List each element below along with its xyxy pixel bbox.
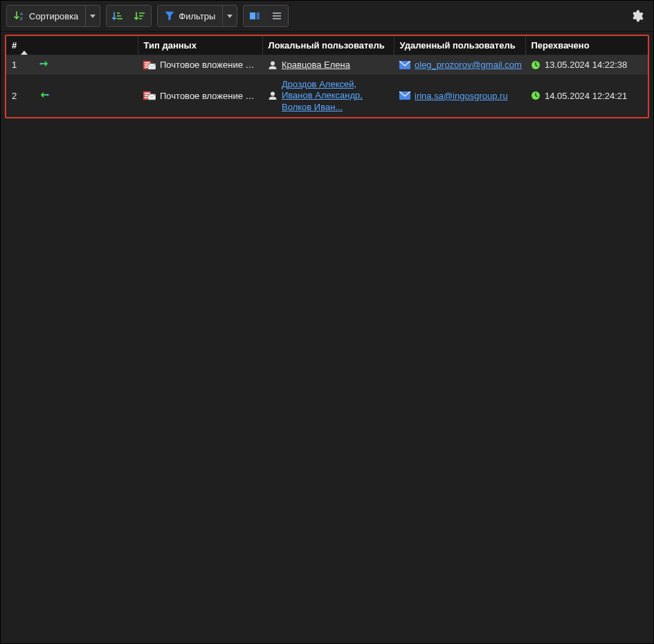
col-header-number-label: # (12, 40, 17, 51)
svg-text:Z: Z (20, 17, 23, 21)
mail-icon (399, 91, 410, 100)
view-list-button[interactable] (266, 6, 288, 26)
cell-remote-user: irina.sa@ingosgroup.ru (394, 75, 525, 117)
cell-data-type: Почтовое вложение (sm... (138, 55, 262, 75)
svg-rect-26 (145, 97, 148, 98)
clock-icon (531, 60, 541, 70)
col-header-data-type[interactable]: Тип данных (138, 36, 262, 55)
arrow-out-icon (39, 60, 49, 68)
cell-captured: 13.05.2024 14:22:38 (525, 55, 648, 75)
sort-desc-button[interactable] (129, 6, 151, 26)
cell-local-user: Кравцова Елена (262, 55, 394, 75)
filters-button-label: Фильтры (179, 11, 215, 21)
svg-rect-9 (257, 12, 260, 19)
captured-text: 13.05.2024 14:22:38 (545, 60, 627, 70)
svg-rect-15 (145, 62, 149, 64)
view-cards-button[interactable] (244, 6, 266, 26)
list-view-icon (271, 10, 282, 21)
sort-direction-group (106, 5, 152, 27)
cell-remote-user: oleg_prozorov@gmail.com (394, 55, 525, 75)
sort-ascending-icon (21, 40, 28, 55)
clock-icon (531, 91, 541, 100)
col-header-remote-user[interactable]: Удаленный пользователь (394, 36, 525, 55)
results-table-container: # Тип данных Локальный пользователь Удал… (5, 35, 649, 118)
filters-button-group: Фильтры (157, 5, 237, 27)
user-icon (268, 60, 278, 70)
gear-icon (630, 9, 644, 23)
view-mode-group (243, 5, 289, 27)
cell-row-number: 2 (6, 75, 34, 117)
app-root: A Z Сортировка (0, 0, 654, 644)
table-row[interactable]: 1 (6, 55, 648, 75)
cell-direction (34, 75, 138, 117)
svg-point-28 (271, 92, 275, 96)
table-header-row: # Тип данных Локальный пользователь Удал… (6, 36, 648, 55)
cell-row-number: 1 (6, 55, 34, 75)
sort-desc-icon (134, 10, 145, 21)
table-row[interactable]: 2 (6, 75, 648, 117)
funnel-icon (165, 11, 174, 21)
data-type-text: Почтовое вложение (po... (160, 91, 257, 101)
mail-icon (399, 61, 410, 69)
sort-asc-button[interactable] (107, 6, 129, 26)
col-header-number[interactable]: # (6, 36, 138, 55)
remote-user-link[interactable]: irina.sa@ingosgroup.ru (415, 91, 508, 101)
attachment-icon (143, 91, 156, 100)
sort-az-icon: A Z (14, 10, 25, 21)
sort-dropdown-toggle[interactable] (85, 6, 100, 26)
sort-button-label: Сортировка (29, 11, 78, 21)
arrow-in-icon (39, 91, 49, 99)
results-table: # Тип данных Локальный пользователь Удал… (6, 36, 648, 117)
local-user-link[interactable]: Кравцова Елена (282, 60, 350, 70)
attachment-icon (143, 60, 156, 70)
local-user-link[interactable]: Дроздов Алексей, Иванов Александр, Волко… (282, 79, 388, 113)
filters-dropdown-toggle[interactable] (222, 6, 237, 26)
svg-rect-8 (250, 12, 255, 19)
user-icon (268, 91, 278, 100)
cell-local-user: Дроздов Алексей, Иванов Александр, Волко… (262, 75, 394, 117)
cell-direction (34, 55, 138, 75)
svg-point-19 (271, 61, 275, 65)
settings-button[interactable] (626, 5, 648, 27)
col-header-captured[interactable]: Перехвачено (525, 36, 648, 55)
svg-rect-24 (145, 93, 149, 94)
cell-data-type: Почтовое вложение (po... (138, 75, 262, 117)
filters-button[interactable]: Фильтры (158, 6, 222, 26)
cell-captured: 14.05.2024 12:24:21 (525, 75, 648, 117)
cards-view-icon (249, 10, 260, 21)
data-type-text: Почтовое вложение (sm... (160, 60, 257, 70)
toolbar: A Z Сортировка (1, 1, 653, 32)
caret-down-icon (227, 15, 233, 18)
remote-user-link[interactable]: oleg_prozorov@gmail.com (415, 60, 522, 70)
sort-button-group: A Z Сортировка (6, 5, 100, 27)
col-header-local-user[interactable]: Локальный пользователь (262, 36, 394, 55)
sort-button[interactable]: A Z Сортировка (7, 6, 85, 26)
captured-text: 14.05.2024 12:24:21 (545, 91, 627, 101)
sort-asc-icon (112, 10, 123, 21)
caret-down-icon (90, 15, 96, 18)
svg-text:A: A (20, 12, 23, 16)
svg-rect-17 (145, 66, 148, 68)
